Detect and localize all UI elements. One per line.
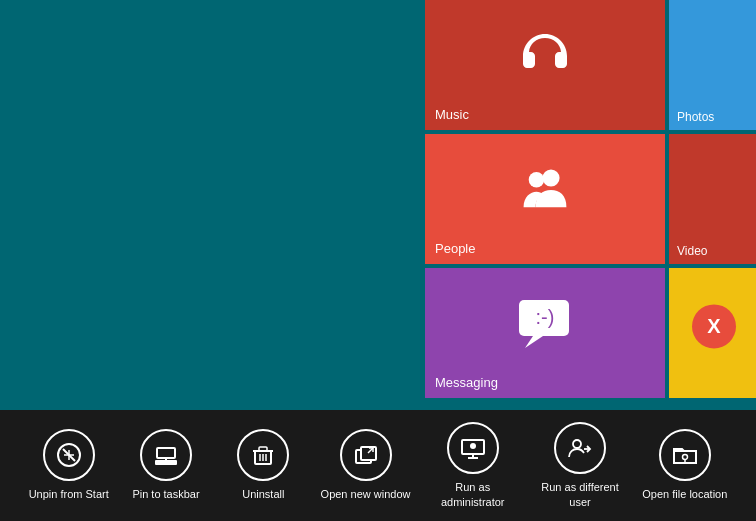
toolbar-item-uninstall[interactable]: Uninstall: [223, 429, 303, 501]
svg-point-1: [542, 169, 559, 186]
folder-icon: [672, 442, 698, 468]
tile-music[interactable]: Music: [425, 0, 665, 130]
xbox-icon: X: [692, 304, 736, 348]
main-area: Music Photos People Video: [0, 0, 756, 410]
headphones-icon: [515, 26, 575, 86]
run-admin-label: Run as administrator: [428, 480, 518, 509]
uninstall-label: Uninstall: [242, 487, 284, 501]
pin-taskbar-label: Pin to taskbar: [132, 487, 199, 501]
uninstall-icon-circle: [237, 429, 289, 481]
tile-photos[interactable]: Photos: [669, 0, 756, 130]
photos-label: Photos: [677, 110, 751, 124]
svg-text::-): :-): [536, 306, 555, 328]
toolbar-item-pin-taskbar[interactable]: Pin to taskbar: [126, 429, 206, 501]
svg-point-25: [573, 440, 581, 448]
toolbar-item-open-file-location[interactable]: Open file location: [642, 429, 727, 501]
svg-marker-3: [525, 336, 543, 348]
open-file-location-icon-circle: [659, 429, 711, 481]
trash-icon: [250, 442, 276, 468]
pin-taskbar-icon-circle: [140, 429, 192, 481]
toolbar-item-run-admin[interactable]: Run as administrator: [428, 422, 518, 509]
open-file-location-label: Open file location: [642, 487, 727, 501]
tile-messaging[interactable]: :-) Messaging: [425, 268, 665, 398]
run-admin-icon: [460, 435, 486, 461]
toolbar: Unpin from Start Pin to taskbar Un: [0, 410, 756, 521]
svg-rect-14: [259, 447, 267, 451]
run-different-user-label: Run as different user: [535, 480, 625, 509]
svg-point-0: [529, 172, 544, 187]
run-different-user-icon-circle: [554, 422, 606, 474]
toolbar-item-unpin[interactable]: Unpin from Start: [29, 429, 109, 501]
unpin-icon: [56, 442, 82, 468]
open-new-window-label: Open new window: [321, 487, 411, 501]
open-new-window-icon-circle: [340, 429, 392, 481]
tile-xbox[interactable]: X: [669, 268, 756, 398]
svg-rect-10: [157, 448, 175, 458]
svg-rect-9: [155, 460, 177, 465]
video-label: Video: [677, 244, 751, 258]
tiles-container: Music Photos People Video: [425, 0, 756, 398]
pin-taskbar-icon: [153, 442, 179, 468]
toolbar-item-open-new-window[interactable]: Open new window: [321, 429, 411, 501]
people-icon: [515, 160, 575, 220]
tile-people[interactable]: People: [425, 134, 665, 264]
toolbar-item-run-different-user[interactable]: Run as different user: [535, 422, 625, 509]
new-window-icon: [353, 442, 379, 468]
run-admin-icon-circle: [447, 422, 499, 474]
music-label: Music: [435, 107, 655, 122]
messaging-label: Messaging: [435, 375, 655, 390]
messaging-icon: :-): [515, 294, 575, 354]
svg-point-24: [470, 443, 476, 449]
different-user-icon: [567, 435, 593, 461]
tile-video[interactable]: Video: [669, 134, 756, 264]
svg-point-27: [682, 455, 687, 460]
people-label: People: [435, 241, 655, 256]
unpin-icon-circle: [43, 429, 95, 481]
unpin-label: Unpin from Start: [29, 487, 109, 501]
